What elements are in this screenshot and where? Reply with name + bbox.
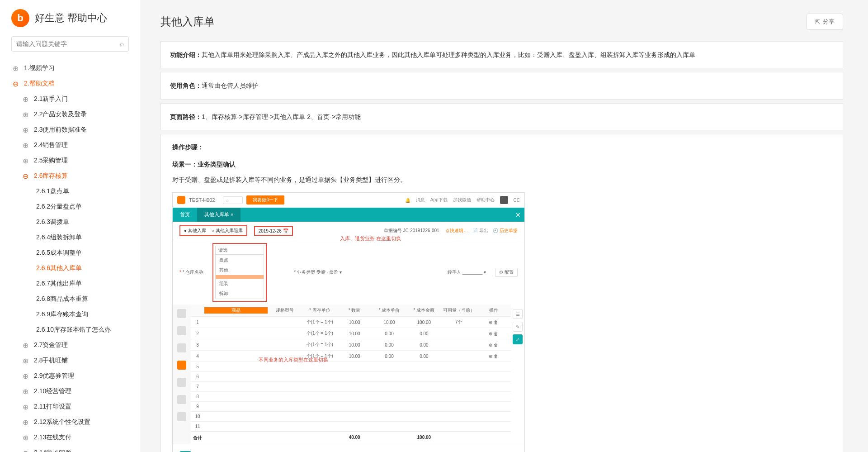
nav-2-2[interactable]: ⊕2.2产品安装及登录 <box>11 107 129 122</box>
path-box: 页面路径：1、库存核算->库存管理->其他入库单 2、首页->常用功能 <box>160 103 843 130</box>
ss-tab-home: 首页 <box>173 208 197 222</box>
page-title: 其他入库单 <box>160 14 215 29</box>
ss-side-icon <box>177 361 186 370</box>
nav-2-8[interactable]: ⊕2.8手机旺铺 <box>11 353 129 368</box>
minus-icon: ⊖ <box>21 172 29 180</box>
ss-annotation-2: 不同业务的入库类型在这里切换 <box>259 357 328 363</box>
intro-text: 其他入库单用来处理除采购入库、产成品入库之外的其他入库业务，因此其他入库单可处理… <box>202 51 695 58</box>
nav-2-6-2[interactable]: 2.6.2分量盘点单 <box>11 199 129 214</box>
ss-tab-current: 其他入库单 × <box>197 208 241 222</box>
share-button[interactable]: ⇱分享 <box>807 14 843 30</box>
steps-label: 操作步骤： <box>172 143 831 152</box>
nav-2-14[interactable]: ⊕2.14常见问题 <box>11 445 129 452</box>
ss-side-icon <box>177 395 186 404</box>
plus-icon: ⊕ <box>21 141 29 149</box>
ss-side-icon <box>177 378 186 387</box>
role-text: 通常由仓管人员维护 <box>202 82 259 89</box>
brand-row: b 好生意 帮助中心 <box>11 9 129 27</box>
nav-2-6-1[interactable]: 2.6.1盘点单 <box>11 184 129 199</box>
plus-icon: ⊕ <box>21 126 29 134</box>
search-icon[interactable]: ⌕ <box>120 40 124 48</box>
nav-2-docs[interactable]: ⊖2.帮助文档 <box>11 76 129 91</box>
minus-icon: ⊖ <box>11 80 19 88</box>
search-box: ⌕ <box>11 36 129 52</box>
nav-2-12[interactable]: ⊕2.12系统个性化设置 <box>11 414 129 430</box>
ss-avatar-icon <box>500 196 508 204</box>
plus-icon: ⊕ <box>21 403 29 411</box>
nav-1-video[interactable]: ⊕1.视频学习 <box>11 61 129 76</box>
nav-2-6-6-current[interactable]: 2.6.6其他入库单 <box>11 261 129 276</box>
path-label: 页面路径： <box>170 113 202 120</box>
plus-icon: ⊕ <box>21 110 29 119</box>
role-box: 使用角色：通常由仓管人员维护 <box>160 72 843 99</box>
content-box: 操作步骤： 场景一：业务类型确认 对于受赠、盘盈或是拆装入库等不同的业务，是通过… <box>160 134 843 452</box>
ss-search: ⌕ <box>223 196 243 204</box>
ss-side-icon <box>177 309 186 318</box>
scene1-title: 场景一：业务类型确认 <box>172 161 831 169</box>
plus-icon: ⊕ <box>21 157 29 165</box>
brand-title: 好生意 帮助中心 <box>35 11 107 25</box>
ss-biz-type-dropdown: 请选 盘点 其他 组装 拆卸 <box>212 243 267 302</box>
nav-2-5[interactable]: ⊕2.5采购管理 <box>11 153 129 168</box>
nav-2-7[interactable]: ⊕2.7资金管理 <box>11 338 129 353</box>
plus-icon: ⊕ <box>21 418 29 426</box>
role-label: 使用角色： <box>170 82 202 89</box>
plus-icon: ⊕ <box>11 64 19 72</box>
nav-2-4[interactable]: ⊕2.4销售管理 <box>11 138 129 153</box>
nav-2-1[interactable]: ⊕2.1新手入门 <box>11 91 129 107</box>
ss-tool-icon: ✎ <box>513 322 523 332</box>
nav-2-6-4[interactable]: 2.6.4组装拆卸单 <box>11 230 129 245</box>
nav-2-6[interactable]: ⊖2.6库存核算 <box>11 168 129 184</box>
ss-promo-btn: 我要做0一下 <box>246 195 284 205</box>
plus-icon: ⊕ <box>21 433 29 442</box>
ss-logo-icon <box>177 196 185 204</box>
plus-icon: ⊕ <box>21 341 29 349</box>
nav-2-9[interactable]: ⊕2.9优惠券管理 <box>11 368 129 384</box>
ss-close-icon: ✕ <box>515 211 521 219</box>
scene1-desc: 对于受赠、盘盈或是拆装入库等不同的业务，是通过单据头【业务类型】进行区分。 <box>172 174 831 186</box>
nav-2-6-8[interactable]: 2.6.8商品成本重算 <box>11 291 129 307</box>
plus-icon: ⊕ <box>21 449 29 452</box>
ss-type-radio: ● 其他入库○ 其他入库退库 <box>179 225 247 236</box>
ss-msg-icon: 🔔 <box>405 198 410 203</box>
nav-2-6-10[interactable]: 2.6.10库存账本错了怎么办 <box>11 322 129 338</box>
brand-logo: b <box>11 9 29 27</box>
main-content: 其他入库单 ⇱分享 功能介绍：其他入库单用来处理除采购入库、产成品入库之外的其他… <box>140 0 863 452</box>
nav-2-6-3[interactable]: 2.6.3调拨单 <box>11 214 129 230</box>
ss-date: 2019-12-26 📅 <box>254 226 293 236</box>
ss-side-icon <box>177 326 186 335</box>
intro-label: 功能介绍： <box>170 51 202 58</box>
share-icon: ⇱ <box>815 19 820 25</box>
ss-side-icon <box>177 343 186 352</box>
nav-2-6-5[interactable]: 2.6.5成本调整单 <box>11 245 129 261</box>
nav-2-6-7[interactable]: 2.6.7其他出库单 <box>11 276 129 291</box>
plus-icon: ⊕ <box>21 387 29 395</box>
ss-doc-number: 单据编号 JC-20191226-001 <box>384 228 439 234</box>
nav-2-11[interactable]: ⊕2.11打印设置 <box>11 399 129 414</box>
plus-icon: ⊕ <box>21 95 29 103</box>
nav-2-13[interactable]: ⊕2.13在线支付 <box>11 430 129 445</box>
ss-tool-icon: ☰ <box>513 309 523 319</box>
ss-tool-icon: ⤢ <box>513 334 523 344</box>
nav-2-10[interactable]: ⊕2.10经营管理 <box>11 384 129 399</box>
plus-icon: ⊕ <box>21 357 29 365</box>
path-text: 1、库存核算->库存管理->其他入库单 2、首页->常用功能 <box>202 113 361 120</box>
nav-2-6-9[interactable]: 2.6.9库存账本查询 <box>11 307 129 322</box>
search-input[interactable] <box>11 36 129 52</box>
screenshot-image: TEST-H002 ⌕ 我要做0一下 🔔消息 App下载 加我微信 帮助中心 C… <box>172 192 525 452</box>
sidebar: b 好生意 帮助中心 ⌕ ⊕1.视频学习 ⊖2.帮助文档 ⊕2.1新手入门 ⊕2… <box>0 0 140 452</box>
intro-box: 功能介绍：其他入库单用来处理除采购入库、产成品入库之外的其他入库业务，因此其他入… <box>160 41 843 68</box>
plus-icon: ⊕ <box>21 372 29 380</box>
ss-side-icon <box>177 412 186 421</box>
nav-2-3[interactable]: ⊕2.3使用前数据准备 <box>11 122 129 138</box>
ss-account-code: TEST-H002 <box>189 197 215 203</box>
